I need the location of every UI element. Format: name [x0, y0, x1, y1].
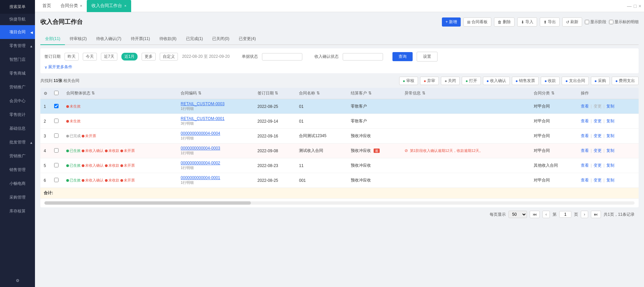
- sort-icon3[interactable]: ⇅: [275, 91, 278, 95]
- sub-tab-completed[interactable]: 已完成(1): [181, 33, 208, 45]
- sub-tab-pending-income[interactable]: 待收入确认(7): [91, 33, 126, 45]
- row-checkbox[interactable]: [54, 148, 59, 153]
- sort-icon4[interactable]: ⇅: [316, 91, 320, 95]
- change-btn[interactable]: 变更: [594, 163, 602, 168]
- open-btn[interactable]: ● 打开: [462, 77, 481, 85]
- sort-icon7[interactable]: ⇅: [551, 91, 555, 95]
- sub-tab-pending-invoice[interactable]: 待开票(11): [126, 33, 155, 45]
- sidebar-item-sales-mgmt[interactable]: 销售管理: [0, 163, 35, 177]
- row-checkbox[interactable]: [54, 104, 59, 108]
- purchase-btn[interactable]: ● 采购: [591, 77, 610, 85]
- copy-btn[interactable]: 复制: [606, 163, 614, 168]
- abandon-btn[interactable]: ● 弃审: [420, 77, 439, 85]
- import-button[interactable]: ⬇ 导入: [517, 17, 537, 27]
- view-btn[interactable]: 查看: [581, 133, 589, 138]
- sidebar-item-marketing2[interactable]: 营销推广: [0, 149, 35, 163]
- new-button[interactable]: + 新增: [442, 17, 461, 27]
- sidebar-item-purchase[interactable]: 采购管理: [0, 191, 35, 204]
- filter-yesterday[interactable]: 昨天: [65, 53, 79, 60]
- sales-invoice-btn[interactable]: ● 销售发票: [512, 77, 539, 85]
- income-confirm-select[interactable]: [343, 53, 383, 60]
- sidebar-item-retail-shop[interactable]: 零售商城: [0, 67, 35, 80]
- page-size-select[interactable]: 50 10 20 100: [508, 211, 527, 218]
- change-btn[interactable]: 变更: [594, 133, 602, 138]
- sort-icon6[interactable]: ⇅: [422, 91, 425, 95]
- sidebar-item-smart-store[interactable]: 智慧门店: [0, 53, 35, 67]
- review-btn[interactable]: ● 审核: [399, 77, 418, 85]
- sidebar-item-project[interactable]: 项目合同 ◀: [0, 25, 35, 39]
- tab-income-workbench-close[interactable]: ×: [124, 4, 126, 8]
- change-btn[interactable]: 变更: [594, 178, 602, 182]
- filter-today[interactable]: 今天: [83, 53, 97, 60]
- sort-icon[interactable]: ⇅: [91, 91, 95, 95]
- sidebar-item-basic-info[interactable]: 基础信息: [0, 122, 35, 135]
- sidebar-item-retail-stat[interactable]: 零售统计: [0, 108, 35, 122]
- row-checkbox[interactable]: [54, 133, 59, 138]
- row-checkbox[interactable]: [54, 178, 59, 182]
- tab-income-workbench[interactable]: 收入合同工作台 ×: [87, 0, 131, 12]
- sidebar-search[interactable]: 搜索菜单: [0, 0, 35, 14]
- row-checkbox-cell[interactable]: [51, 144, 63, 158]
- filter-custom[interactable]: 自定义: [160, 53, 178, 60]
- sub-tab-pending-payment[interactable]: 待收款(8): [155, 33, 181, 45]
- tab-home[interactable]: 首页: [38, 0, 56, 12]
- sub-tab-closed[interactable]: 已关闭(0): [207, 33, 234, 45]
- row-checkbox[interactable]: [54, 163, 59, 167]
- refresh-button[interactable]: ↺ 刷新: [562, 17, 582, 27]
- copy-btn[interactable]: 复制: [606, 133, 614, 138]
- expand-more-btn[interactable]: ∨ 展开更多条件: [44, 64, 72, 70]
- copy-btn[interactable]: 复制: [606, 148, 614, 153]
- export-button[interactable]: ⬆ 导出: [540, 17, 560, 27]
- filter-more[interactable]: 更多: [142, 53, 156, 60]
- contract-code-link[interactable]: RETAIL_CUSTOM-0001: [181, 116, 224, 121]
- doc-status-select[interactable]: [262, 53, 302, 60]
- prev-page-btn[interactable]: ‹: [542, 211, 550, 218]
- row-checkbox-cell[interactable]: [51, 173, 63, 188]
- row-checkbox[interactable]: [54, 119, 59, 123]
- close-window-icon[interactable]: ×: [639, 3, 641, 9]
- maximize-icon[interactable]: □: [634, 3, 636, 9]
- show-detail-input[interactable]: [609, 20, 613, 24]
- filter-7days[interactable]: 近7天: [101, 53, 117, 60]
- row-checkbox-cell[interactable]: [51, 99, 63, 114]
- view-btn[interactable]: 查看: [581, 163, 589, 168]
- contract-code-link[interactable]: 0000000000004-0003: [181, 146, 220, 151]
- select-all-checkbox[interactable]: [54, 91, 59, 95]
- sidebar-settings-btn[interactable]: ⚙: [0, 274, 35, 287]
- tab-contract-type[interactable]: 合同分类 ×: [56, 0, 87, 12]
- sort-icon2[interactable]: ⇅: [198, 91, 201, 95]
- view-btn[interactable]: 查看: [581, 148, 589, 153]
- collection-btn[interactable]: ● 收款: [541, 77, 560, 85]
- sub-tab-changed[interactable]: 已变更(4): [234, 33, 261, 45]
- set-button[interactable]: 设置: [417, 52, 438, 62]
- row-checkbox-cell[interactable]: [51, 114, 63, 129]
- fee-out-btn[interactable]: ● 费用支出: [612, 77, 639, 85]
- th-checkbox[interactable]: [51, 88, 63, 99]
- sidebar-item-retail-mgmt[interactable]: 零售管理 ▲: [0, 39, 35, 53]
- last-page-btn[interactable]: ⏭: [591, 211, 601, 218]
- expense-out-btn[interactable]: ● 支出合同: [562, 77, 589, 85]
- sidebar-nav[interactable]: 快捷导航: [0, 14, 35, 25]
- view-btn[interactable]: 查看: [581, 119, 589, 123]
- query-button[interactable]: 查询: [392, 52, 413, 61]
- row-checkbox-cell[interactable]: [51, 158, 63, 173]
- sidebar-item-inventory[interactable]: 库存核算: [0, 204, 35, 218]
- sidebar-item-wholesale[interactable]: 批发管理 ▲: [0, 135, 35, 149]
- view-btn[interactable]: 查看: [581, 104, 589, 109]
- income-confirm-btn[interactable]: ● 收入确认: [483, 77, 510, 85]
- sub-tab-all[interactable]: 全部(11): [40, 33, 65, 45]
- contract-board-button[interactable]: ⊞ 合同看板: [463, 17, 491, 27]
- sort-icon5[interactable]: ⇅: [368, 91, 372, 95]
- sidebar-item-xiaochangec[interactable]: 小畅电商: [0, 177, 35, 191]
- sidebar-item-marketing1[interactable]: 营销推广: [0, 80, 35, 94]
- row-checkbox-cell[interactable]: [51, 129, 63, 144]
- copy-btn[interactable]: 复制: [606, 119, 614, 123]
- filter-1month[interactable]: 近1月: [121, 53, 138, 60]
- contract-code-link[interactable]: 0000000000004-0004: [181, 131, 220, 136]
- copy-btn[interactable]: 复制: [606, 104, 614, 109]
- show-detail-checkbox[interactable]: 显示标的明细: [609, 19, 639, 25]
- show-stage-checkbox[interactable]: 显示阶段: [585, 19, 606, 25]
- close-btn[interactable]: ● 关闭: [441, 77, 460, 85]
- first-page-btn[interactable]: ⏮: [530, 211, 540, 218]
- th-settings[interactable]: ⚙: [40, 88, 51, 99]
